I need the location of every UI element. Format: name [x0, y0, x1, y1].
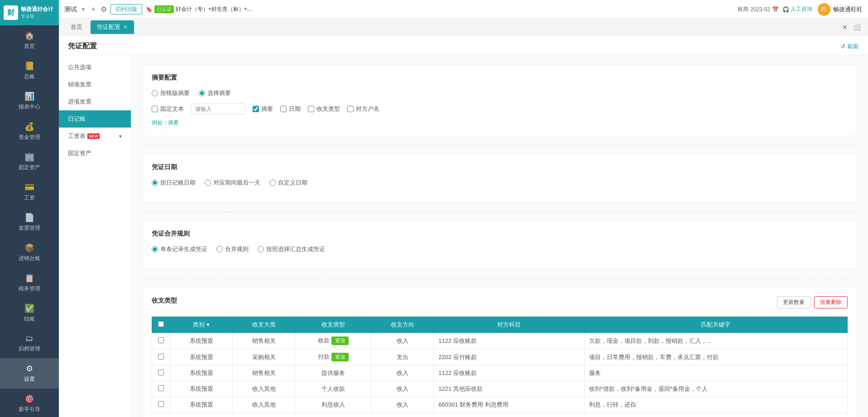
sidebar-item-settlement[interactable]: ✅结账 [0, 298, 59, 328]
sidebar-item-label-fund: 资金管理 [19, 133, 40, 141]
checkbox-counterparty-input[interactable] [347, 106, 354, 112]
radio-select-input[interactable] [199, 90, 205, 96]
refresh-label: 刷新 [847, 43, 859, 51]
cell-account: 1122 应收账款 [434, 333, 584, 349]
radio-select[interactable]: 选择摘要 [199, 89, 231, 97]
row-checkbox-cell[interactable] [152, 365, 170, 381]
cell-major: 销售相关 [233, 333, 295, 349]
topbar-settings-icon[interactable]: ⚙ [101, 5, 107, 14]
row-checkbox[interactable] [158, 370, 164, 375]
row-checkbox[interactable] [158, 401, 164, 407]
cert-badge: 🔖 已认证 好会计（专）+好生意（标）+... [146, 5, 252, 13]
sidebar-item-settings[interactable]: ⚙设置 [0, 358, 59, 389]
batch-delete-button[interactable]: 批量删除 [814, 296, 848, 308]
checkbox-fixed-text-input[interactable] [152, 106, 158, 112]
sidebar-item-archive[interactable]: 🗂归档管理 [0, 328, 59, 358]
nav-item-fixed-assets[interactable]: 固定资产 [59, 145, 131, 162]
checkbox-fixed-text[interactable]: 固定文本 [152, 105, 184, 113]
switch-version-button[interactable]: 切到旧版 [110, 4, 142, 14]
radio-merge-label: 合并规则 [225, 245, 249, 253]
radio-merge[interactable]: 合并规则 [216, 245, 249, 253]
sidebar-item-salary[interactable]: 💳工资 [0, 177, 59, 207]
radio-summary-gen-input[interactable] [258, 246, 264, 252]
radio-journal-date-input[interactable] [152, 180, 158, 186]
tab-home[interactable]: 首页 [64, 20, 89, 34]
main-content: 摘要配置 按模版摘要 选择摘要 [131, 55, 868, 417]
add-icon[interactable]: ＋ [90, 5, 97, 14]
radio-merge-input[interactable] [216, 246, 223, 252]
checkbox-summary[interactable]: 摘要 [253, 105, 273, 113]
close-tab-button[interactable]: ✕ [840, 23, 849, 32]
checkbox-type[interactable]: 收支类型 [308, 105, 340, 113]
tab-close-icon[interactable]: ✕ [123, 24, 128, 30]
avatar: 旺 [818, 3, 830, 16]
new-badge: NEW [87, 133, 100, 139]
checkbox-type-input[interactable] [308, 106, 314, 112]
th-category: 类别 ▾ [170, 317, 233, 333]
archive-icon: 🗂 [25, 334, 34, 343]
sidebar-item-label-guide: 新手引导 [19, 406, 40, 413]
cell-category: 系统预置 [170, 381, 233, 397]
radio-summary-gen[interactable]: 按照选择汇总生成凭证 [258, 245, 325, 253]
cell-direction: 支出 [371, 349, 434, 365]
period-value: 2023-02 [750, 6, 770, 13]
sidebar-item-ledger[interactable]: 📒总账 [0, 56, 59, 86]
cell-type: 利息收入 [295, 397, 371, 413]
page-title: 凭证配置 [68, 42, 97, 51]
radio-period-last[interactable]: 对应期间最后一天 [205, 179, 260, 187]
refresh-button[interactable]: ↺ 刷新 [840, 43, 859, 51]
sidebar-item-fund[interactable]: 💰资金管理 [0, 116, 59, 147]
sidebar-item-asset[interactable]: 🏢固定资产 [0, 147, 59, 177]
row-checkbox[interactable] [158, 354, 164, 360]
row-checkbox-cell[interactable] [152, 397, 170, 413]
top-tag-button[interactable]: 置顶 [331, 353, 349, 361]
nav-label-purchase-invoice: 进项发票 [68, 98, 91, 106]
nav-item-public[interactable]: 公共选项 [59, 59, 131, 76]
update-count-button[interactable]: 更新数量 [777, 296, 810, 308]
sidebar-item-tax[interactable]: 📋税务管理 [0, 268, 59, 298]
sidebar-item-report[interactable]: 📊报表中心 [0, 86, 59, 116]
th-checkbox[interactable] [152, 317, 170, 333]
nav-item-payroll[interactable]: 工资表 NEW ▾ [59, 128, 131, 145]
service-label: 人工咨询 [791, 5, 812, 13]
nav-item-sales[interactable]: 销项发票 [59, 76, 131, 93]
sidebar-item-invoice[interactable]: 📄发票管理 [0, 207, 59, 237]
radio-template-input[interactable] [152, 90, 158, 96]
row-checkbox-cell[interactable] [152, 349, 170, 365]
checkbox-date[interactable]: 日期 [280, 105, 301, 113]
cell-direction: 收入 [371, 381, 434, 397]
sidebar-item-purchase[interactable]: 📦进销台账 [0, 237, 59, 268]
row-checkbox[interactable] [158, 337, 164, 343]
checkbox-summary-input[interactable] [253, 106, 259, 112]
example-text: 例如：摘要 [152, 119, 848, 127]
dropdown-arrow-icon[interactable]: ▼ [81, 6, 86, 13]
checkbox-counterparty[interactable]: 对方户名 [347, 105, 379, 113]
tab-voucher-config[interactable]: 凭证配置 ✕ [91, 20, 134, 34]
sidebar: 财 畅捷通好会计 专业版 🏠首页📒总账📊报表中心💰资金管理🏢固定资产💳工资📄发票… [0, 0, 59, 417]
radio-single[interactable]: 单条记录生成凭证 [152, 245, 207, 253]
fixed-text-input[interactable] [191, 104, 245, 114]
cell-category: 系统预置 [170, 397, 233, 413]
main-area: 测试 ▼ ＋ ⚙ 切到旧版 🔖 已认证 好会计（专）+好生意（标）+... 账期… [59, 0, 868, 417]
radio-journal-date[interactable]: 按日记账日期 [152, 179, 196, 187]
service-button[interactable]: 🎧 人工咨询 [782, 5, 812, 13]
row-checkbox[interactable] [158, 385, 164, 391]
cell-account: 1221 其他应收款 [434, 381, 584, 397]
radio-custom-date[interactable]: 自定义日期 [269, 179, 307, 187]
top-tag-button[interactable]: 置顶 [331, 336, 349, 345]
select-all-checkbox[interactable] [158, 321, 164, 327]
sidebar-item-guide[interactable]: 🎯新手引导 [0, 389, 59, 417]
row-checkbox-cell[interactable] [152, 381, 170, 397]
radio-custom-date-input[interactable] [269, 180, 276, 186]
row-checkbox-cell[interactable] [152, 333, 170, 349]
radio-template[interactable]: 按模版摘要 [152, 89, 190, 97]
user-menu[interactable]: 旺 畅捷通旺旺 [818, 3, 863, 16]
restore-tab-button[interactable]: ⬜ [851, 23, 863, 32]
sidebar-item-home[interactable]: 🏠首页 [0, 25, 59, 56]
nav-item-journal[interactable]: 日记账 [59, 110, 131, 128]
calendar-icon[interactable]: 📅 [772, 6, 779, 13]
checkbox-date-input[interactable] [280, 106, 287, 112]
radio-single-input[interactable] [152, 246, 158, 252]
nav-item-purchase-invoice[interactable]: 进项发票 [59, 93, 131, 110]
radio-period-last-input[interactable] [205, 180, 211, 186]
